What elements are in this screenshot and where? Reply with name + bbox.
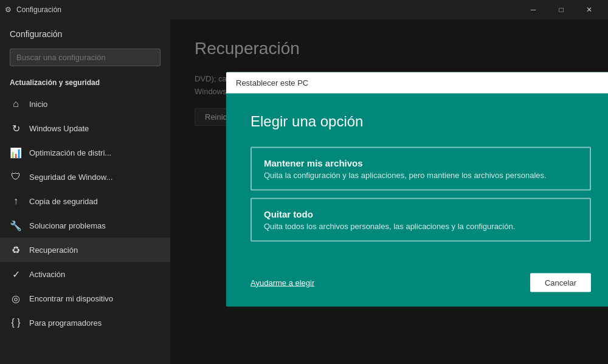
sidebar-label-seguridad: Seguridad de Window... <box>29 173 112 182</box>
cancel-button[interactable]: Cancelar <box>530 273 591 292</box>
dialog-body: Elegir una opción Mantener mis archivos … <box>226 93 608 263</box>
dialog-title-bar: Restablecer este PC <box>226 72 608 93</box>
recovery-icon: ♻ <box>10 244 22 256</box>
sidebar-item-solucionar[interactable]: 🔧 Solucionar problemas <box>0 213 170 238</box>
dialog-footer: Ayudarme a elegir Cancelar <box>226 263 608 306</box>
option-remove-all[interactable]: Quitar todo Quita todos los archivos per… <box>250 197 591 241</box>
sidebar-label-solucionar: Solucionar problemas <box>29 221 106 230</box>
sidebar-item-windows-update[interactable]: ↻ Windows Update <box>0 116 170 140</box>
home-icon: ⌂ <box>10 98 22 110</box>
backup-icon: ↑ <box>10 195 22 207</box>
option-keep-files-desc: Quita la configuración y las aplicacione… <box>264 170 578 179</box>
window-controls: ─ □ ✕ <box>519 0 603 19</box>
update-icon: ↻ <box>10 122 22 134</box>
app-icon: ⚙ <box>5 5 12 14</box>
sidebar-item-inicio[interactable]: ⌂ Inicio <box>0 92 170 116</box>
sidebar-item-activacion[interactable]: ✓ Activación <box>0 262 170 286</box>
maximize-button[interactable]: □ <box>547 0 575 19</box>
sidebar-label-encontrar: Encontrar mi dispositivo <box>29 294 113 303</box>
sidebar-item-optimizacion[interactable]: 📊 Optimización de distri... <box>0 140 170 165</box>
optimize-icon: 📊 <box>10 146 22 159</box>
sidebar-label-copia: Copia de seguridad <box>29 197 98 206</box>
sidebar-label-windows-update: Windows Update <box>29 124 89 133</box>
sidebar-section-title: Actualización y seguridad <box>0 71 170 92</box>
sidebar-item-encontrar[interactable]: ◎ Encontrar mi dispositivo <box>0 286 170 311</box>
app-title-area: ⚙ Configuración <box>5 5 61 14</box>
sidebar-item-seguridad[interactable]: 🛡 Seguridad de Window... <box>0 165 170 189</box>
help-link[interactable]: Ayudarme a elegir <box>250 278 314 287</box>
option-remove-all-title: Quitar todo <box>264 208 578 219</box>
minimize-button[interactable]: ─ <box>519 0 547 19</box>
sidebar-label-inicio: Inicio <box>29 100 47 109</box>
sidebar-item-recuperacion[interactable]: ♻ Recuperación <box>0 238 170 262</box>
activation-icon: ✓ <box>10 268 22 280</box>
sidebar: Configuración Actualización y seguridad … <box>0 19 170 364</box>
sidebar-label-programadores: Para programadores <box>29 318 102 328</box>
find-icon: ◎ <box>10 292 22 304</box>
sidebar-app-name: Configuración <box>0 19 170 44</box>
troubleshoot-icon: 🔧 <box>10 219 22 232</box>
option-remove-all-desc: Quita todos los archivos personales, las… <box>264 221 578 230</box>
sidebar-item-programadores[interactable]: { } Para programadores <box>0 311 170 335</box>
option-keep-files-title: Mantener mis archivos <box>264 157 578 168</box>
app-title: Configuración <box>16 5 61 14</box>
dialog-heading: Elegir una opción <box>250 112 591 129</box>
sidebar-label-recuperacion: Recuperación <box>29 246 78 255</box>
option-keep-files[interactable]: Mantener mis archivos Quita la configura… <box>250 146 591 190</box>
sidebar-label-optimizacion: Optimización de distri... <box>29 148 111 157</box>
sidebar-label-activacion: Activación <box>29 270 65 279</box>
sidebar-item-copia[interactable]: ↑ Copia de seguridad <box>0 189 170 213</box>
close-button[interactable]: ✕ <box>575 0 603 19</box>
dev-icon: { } <box>10 317 22 329</box>
shield-icon: 🛡 <box>10 171 22 183</box>
reset-pc-dialog: Restablecer este PC Elegir una opción Ma… <box>226 72 608 306</box>
title-bar: ⚙ Configuración ─ □ ✕ <box>0 0 608 19</box>
search-input[interactable] <box>10 49 161 66</box>
